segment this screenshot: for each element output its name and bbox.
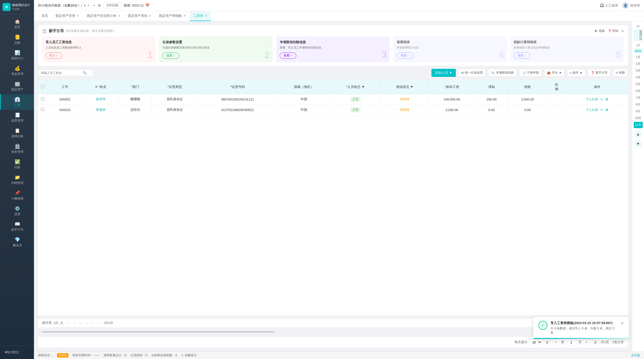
activate-link[interactable]: 去充值 <box>631 353 640 357</box>
page-input[interactable] <box>566 339 576 345</box>
tab-固定资产类别[interactable]: 固定资产类别✕ <box>124 11 155 21</box>
col-header-base-salary: *基本工资 <box>429 80 475 94</box>
calendar-month-4[interactable]: 4月 <box>634 74 643 81</box>
action-edit-1[interactable]: ✏ <box>600 108 603 112</box>
panel-expand-icon[interactable]: ≫ <box>636 24 640 28</box>
calendar-month-7[interactable]: 7月 <box>634 95 643 101</box>
action-button[interactable]: ≡ 操作 ▼ <box>567 69 585 77</box>
unpin-button[interactable]: ◀取消固定 <box>0 348 34 356</box>
select-all-checkbox[interactable] <box>41 85 44 88</box>
sidebar-item-首页[interactable]: 🏠首页 <box>0 16 34 32</box>
social-insurance-button[interactable]: ⚙ 统一社保设置 <box>458 69 486 77</box>
calendar-year-2023[interactable]: 2023 <box>634 48 643 54</box>
auth-label: 授权状态： <box>38 353 53 357</box>
search-icon[interactable]: 🔍 <box>83 71 87 75</box>
tab-close-固定资产折旧统计表[interactable]: ✕ <box>118 14 120 18</box>
calendar-month-6[interactable]: 6月 <box>634 88 643 94</box>
step-btn-4[interactable]: 查看＞ <box>397 53 413 59</box>
name-link-0[interactable]: 徐泽华 <box>96 97 106 101</box>
sidebar-item-设置[interactable]: ⚙️设置 <box>0 203 34 219</box>
tab-固定资产折旧统计表[interactable]: 固定资产折旧统计表✕ <box>83 11 124 21</box>
step-btn-5[interactable]: 查看＞ <box>514 53 530 59</box>
calendar-month-1[interactable]: 1月 <box>634 54 643 60</box>
calendar-month-5[interactable]: 5月 <box>634 81 643 87</box>
tab-close-固定资产类别[interactable]: ✕ <box>149 14 151 18</box>
step-btn-1[interactable]: 导入＞ <box>46 53 62 59</box>
next-page-button[interactable]: ＞ <box>584 339 590 345</box>
nav-label-工资: 工资 <box>14 103 20 107</box>
sidebar-item-工资[interactable]: 👔工资 <box>0 94 34 110</box>
settings-icon[interactable]: ⚙ <box>98 4 101 8</box>
row-checkbox-0[interactable] <box>41 97 44 100</box>
action-social-1[interactable]: 个人社保 <box>586 108 598 112</box>
step-arrow-4: › <box>507 47 510 52</box>
add-account-icon[interactable]: ＋ <box>92 3 96 8</box>
sidebar-item-畅会员[interactable]: 💎畅会员 <box>0 234 34 250</box>
sidebar-item-发票管理[interactable]: 🧾发票管理 <box>0 110 34 125</box>
sidebar-item-固定资产[interactable]: 🏢固定资产 <box>0 79 34 94</box>
step-btn-2[interactable]: 设置＞ <box>163 53 179 59</box>
sidebar-item-资金管理[interactable]: 💰资金管理 <box>0 63 34 79</box>
action-edit-0[interactable]: ✏ <box>600 97 603 101</box>
action-social-0[interactable]: 个人社保 <box>586 97 598 101</box>
refresh-button[interactable]: ↺ 刷新 <box>613 69 628 77</box>
guide-close-icon[interactable]: ✕ <box>621 29 624 33</box>
step-title-3: 专项附加扣除信息 <box>280 40 386 44</box>
sidebar-item-新手引导[interactable]: 📖新手引导 <box>0 219 34 234</box>
guide-button[interactable]: ❓ 新手引导 <box>588 69 610 77</box>
tab-固定资产管理[interactable]: 固定资产管理✕ <box>52 11 83 21</box>
panel-down-icon[interactable]: ▼ <box>634 140 642 147</box>
panel-up-icon[interactable]: ▲ <box>634 130 642 138</box>
tab-close-固定资产明细账[interactable]: ✕ <box>183 14 186 18</box>
tab-首页[interactable]: 首页 <box>38 11 52 21</box>
help-link[interactable]: ❓ 帮助 <box>608 29 618 33</box>
account-selector[interactable]: 刘小艳演示账套（勿删勿动！）1 ▼ <box>38 3 90 8</box>
old-version-button[interactable]: 切到旧版 <box>104 2 121 9</box>
row-checkbox-1[interactable] <box>41 108 44 111</box>
sidebar-item-归档管理[interactable]: 📁归档管理 <box>0 172 34 188</box>
sidebar-item-总账[interactable]: 📒总账 <box>0 32 34 47</box>
first-page-button[interactable]: ⟨⟨ <box>544 339 550 345</box>
app-edition: 专业版 <box>12 7 30 11</box>
toast-close-icon[interactable]: ✕ <box>621 321 624 326</box>
calendar-month-10[interactable]: 10月 <box>634 115 643 121</box>
tab-固定资产明细账[interactable]: 固定资产明细账✕ <box>155 11 189 21</box>
footer-dash-6: -- <box>98 321 100 325</box>
calendar-icon[interactable]: 📅 <box>145 4 149 7</box>
sidebar-item-税务管理[interactable]: 🏦税务管理 <box>0 141 34 157</box>
tab-close-工资表[interactable]: ✕ <box>205 14 207 18</box>
tab-close-固定资产管理[interactable]: ✕ <box>77 14 79 18</box>
action-delete-1[interactable]: 🗑 <box>606 108 609 112</box>
calendar-month-8[interactable]: 8月 <box>634 101 643 108</box>
video-link[interactable]: ▶ 视频 <box>595 29 605 33</box>
panel-top-actions: ≫ <box>634 23 642 29</box>
cell-name-0: 徐泽华 <box>83 94 119 105</box>
user-info[interactable]: 👤 徐泽华 <box>622 2 640 9</box>
sidebar-item-结账[interactable]: ✅结账 <box>0 157 34 172</box>
step-title-4: 查看报表 <box>397 40 503 44</box>
action-delete-0[interactable]: 🗑 <box>606 97 609 101</box>
nav-icon-小畅报销: 📌 <box>15 190 20 196</box>
calendar-month-3[interactable]: 3月 <box>634 68 643 74</box>
calendar-month-11[interactable]: 11月 <box>634 122 643 128</box>
special-deduction-button[interactable]: 📎 专项附加扣除 <box>488 69 517 77</box>
calendar-year[interactable]: 2023.11 <box>634 29 643 41</box>
sidebar-item-小畅报销[interactable]: 📌小畅报销 <box>0 188 34 203</box>
sidebar-item-进销台账[interactable]: 📋进销台账 <box>0 125 34 141</box>
calendar-month-12[interactable]: 12 <box>634 42 643 48</box>
search-input[interactable] <box>41 71 81 75</box>
export-button[interactable]: 📤 导出 ▼ <box>544 69 565 77</box>
nav-label-总账: 总账 <box>14 41 20 45</box>
calendar-month-2[interactable]: 2月 <box>634 61 643 67</box>
tax-report-button[interactable]: 📑 个税申报 <box>519 69 542 77</box>
per-page-select[interactable]: 10 20 50 <box>530 339 542 345</box>
add-person-button[interactable]: 添加人员 ▼ <box>431 69 456 77</box>
sidebar-item-报表中心[interactable]: 📊报表中心 <box>0 47 34 63</box>
ai-consult-btn[interactable]: 🎧 人工咨询 <box>600 3 618 8</box>
step-btn-3[interactable]: 查看＞ <box>280 53 296 59</box>
last-page-button[interactable]: ⟩⟩ <box>592 339 599 345</box>
calendar-month-9[interactable]: 9月 <box>634 108 643 115</box>
prev-page-button[interactable]: ＜ <box>552 339 559 345</box>
name-link-1[interactable]: 李俊杰 <box>96 108 106 112</box>
tab-工资表[interactable]: 工资表✕ <box>190 11 211 21</box>
